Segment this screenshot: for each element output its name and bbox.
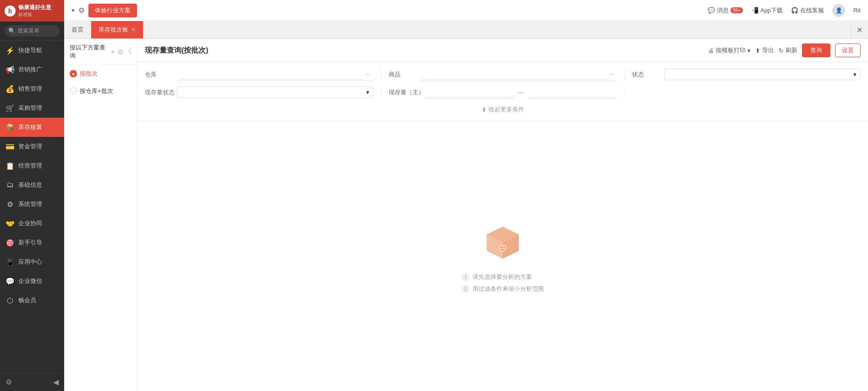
empty-illustration [480, 220, 526, 266]
tab-首页[interactable]: 首页 [64, 21, 91, 38]
nav-icon-finance: 💳 [5, 142, 15, 151]
nav-icon-basic: 🗂 [5, 180, 15, 190]
svg-point-4 [499, 244, 506, 252]
topbar-gear-icon[interactable]: ⚙ [78, 6, 85, 15]
nav-icon-sales: 💰 [5, 84, 15, 93]
nav-icon-system: ⚙ [5, 200, 15, 209]
nav-label-member: 畅会员 [18, 296, 36, 304]
search-menu-button[interactable]: 🔍 搜索菜单 [5, 25, 60, 37]
nav-icon-newguide: 🎯 [5, 238, 15, 247]
scheme-item-按仓库+批次[interactable]: ○ 按仓库+批次 [64, 82, 137, 100]
scheme-item-label: 按仓库+批次 [80, 87, 113, 95]
hint-number-1: 1 [461, 273, 470, 281]
status-dropdown-icon: ▾ [853, 71, 857, 78]
nav-icon-quicknav: ⚡ [5, 46, 15, 55]
scheme-panel-title: 按以下方案查询 [70, 43, 110, 60]
nav-icon-enterprise: 🤝 [5, 219, 15, 228]
export-button[interactable]: ⬆ 导出 [755, 46, 774, 54]
sidebar-item-appcenter[interactable]: 📱 应用中心 [0, 252, 64, 272]
stock-qty-dash: — [514, 89, 527, 96]
scheme-settings-icon[interactable]: ⊙ [118, 48, 123, 55]
warehouse-input-field[interactable] [179, 69, 363, 80]
username-label[interactable]: Rit [853, 7, 861, 14]
sidebar-item-quicknav[interactable]: ⚡ 快捷导航 [0, 41, 64, 60]
nav-icon-purchase: 🛒 [5, 103, 15, 113]
nav-icon-corpwechat: 💬 [5, 277, 15, 286]
app-download-button[interactable]: 📲 App下载 [751, 6, 783, 15]
refresh-button[interactable]: ↻ 刷新 [779, 46, 797, 54]
filter-area: 仓库 ··· 商品 ··· [137, 62, 868, 121]
hint-text-1: 请先选择要分析的方案 [472, 273, 532, 281]
settings-icon[interactable]: ⚙ [5, 378, 12, 386]
sidebar-item-operation[interactable]: 📋 经营管理 [0, 156, 64, 175]
refresh-label: 刷新 [786, 46, 797, 54]
collapse-sidebar-icon[interactable]: ◀ [53, 378, 59, 386]
messages-button[interactable]: 💬 消息 99+ [708, 6, 743, 15]
tab-库存批次账[interactable]: 库存批次账✕ [91, 21, 143, 38]
sidebar-item-sales[interactable]: 💰 销售管理 [0, 79, 64, 98]
nav-label-system: 系统管理 [18, 200, 42, 208]
main-area: ▾ ⚙ 体验行业方案 💬 消息 99+ 📲 App下载 🎧 在线客服 👤 Rit [64, 0, 868, 391]
warehouse-more-icon[interactable]: ··· [363, 71, 372, 77]
warehouse-label: 仓库 [145, 71, 177, 79]
scheme-list: ● 按批次 ○ 按仓库+批次 [64, 65, 137, 100]
sidebar-item-system[interactable]: ⚙ 系统管理 [0, 195, 64, 214]
scheme-panel: 按以下方案查询 ＋ ⊙ 《 ● 按批次 ○ 按仓库+批次 [64, 39, 137, 391]
stock-qty-min-input[interactable] [424, 86, 514, 99]
trial-button[interactable]: 体验行业方案 [88, 4, 137, 17]
online-service-button[interactable]: 🎧 在线客服 [791, 6, 824, 15]
product-more-icon[interactable]: ··· [607, 71, 615, 77]
warehouse-filter: 仓库 ··· [145, 68, 374, 81]
collapse-scheme-icon[interactable]: 《 [125, 48, 132, 56]
filter-row-2: 现存量状态 ▾ 现存量（主） — [145, 86, 861, 99]
right-content: 现存量查询(按批次) 🖨 按模板打印 ▾ ⬆ 导出 ↻ 刷新 [137, 39, 868, 391]
empty-hint-1: 1 请先选择要分析的方案 [461, 273, 544, 281]
scheme-item-按批次[interactable]: ● 按批次 [64, 65, 137, 82]
sidebar-item-newguide[interactable]: 🎯 新手引导 [0, 233, 64, 252]
sidebar-item-corpwechat[interactable]: 💬 企业微信 [0, 272, 64, 291]
stock-status-select[interactable]: ▾ [177, 87, 374, 98]
sidebar-item-basic[interactable]: 🗂 基础信息 [0, 175, 64, 195]
print-icon: 🖨 [708, 47, 714, 54]
search-icon: 🔍 [8, 27, 16, 34]
online-service-label: 在线客服 [800, 6, 824, 15]
product-input[interactable]: ··· [421, 68, 617, 81]
nav-label-sales: 销售管理 [18, 85, 42, 93]
stock-qty-max-input[interactable] [527, 86, 617, 99]
status-filter: 状态 ▾ [632, 69, 861, 80]
stock-qty-max-field[interactable] [529, 87, 615, 98]
nav-icon-operation: 📋 [5, 161, 15, 170]
status-label: 状态 [632, 71, 664, 79]
add-scheme-button[interactable]: ＋ [110, 48, 116, 56]
nav-icon-marketing: 📢 [5, 65, 15, 74]
sidebar-item-finance[interactable]: 💳 资金管理 [0, 137, 64, 156]
settings-button[interactable]: 设置 [835, 43, 861, 57]
sidebar-item-purchase[interactable]: 🛒 采购管理 [0, 98, 64, 118]
sidebar-item-marketing[interactable]: 📢 营销推广 [0, 60, 64, 79]
nav-label-inventory: 库存核算 [18, 123, 42, 131]
sidebar-item-member[interactable]: ⬡ 畅会员 [0, 291, 64, 310]
nav-label-finance: 资金管理 [18, 142, 42, 151]
sidebar-search-area[interactable]: 🔍 搜索菜单 [0, 22, 64, 41]
print-template-button[interactable]: 🖨 按模板打印 ▾ [708, 46, 751, 54]
product-label: 商品 [389, 71, 421, 79]
app-logo: b [5, 5, 16, 16]
company-name: 畅康通好生意 [18, 4, 51, 11]
print-template-label: 按模板打印 [716, 46, 746, 54]
collapse-filter-button[interactable]: ⬆ 收起更多条件 [145, 103, 861, 115]
product-input-field[interactable] [423, 69, 607, 80]
breadcrumb-dropdown[interactable]: ▾ [71, 7, 75, 14]
status-select[interactable]: ▾ [664, 69, 861, 80]
svg-point-5 [501, 246, 502, 248]
user-avatar[interactable]: 👤 [832, 4, 845, 17]
query-button[interactable]: 查询 [802, 43, 830, 57]
stock-qty-min-field[interactable] [426, 87, 512, 98]
refresh-icon: ↻ [779, 47, 784, 54]
tab-close-icon[interactable]: ✕ [131, 27, 136, 33]
download-icon: 📲 [751, 7, 758, 14]
empty-state: 1 请先选择要分析的方案 2 用过滤条件来缩小分析范围 [461, 220, 544, 293]
sidebar-item-inventory[interactable]: 📦 库存核算 [0, 118, 64, 137]
warehouse-input[interactable]: ··· [177, 68, 374, 81]
close-all-tabs-button[interactable]: ✕ [851, 21, 868, 38]
sidebar-item-enterprise[interactable]: 🤝 企业协同 [0, 214, 64, 233]
